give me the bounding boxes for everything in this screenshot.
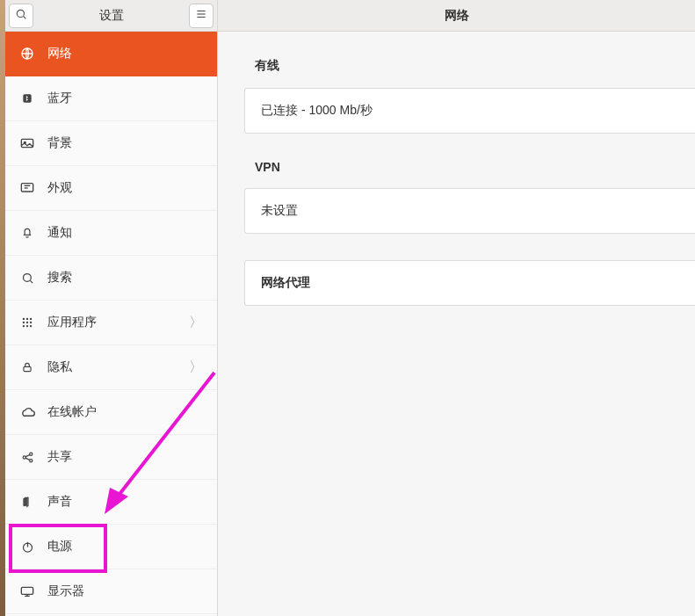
sidebar-item-label: 网络 xyxy=(47,46,203,62)
sidebar-item-network[interactable]: 网络 xyxy=(5,32,217,76)
svg-point-21 xyxy=(26,325,28,327)
sidebar-list: 网络 蓝牙 背景 外观 xyxy=(5,32,217,616)
sidebar-item-label: 共享 xyxy=(47,449,203,465)
sidebar-item-bluetooth[interactable]: 蓝牙 xyxy=(5,76,217,121)
sidebar-item-online-accounts[interactable]: 在线帐户 xyxy=(5,390,217,435)
svg-point-19 xyxy=(30,322,32,323)
sidebar-item-applications[interactable]: 应用程序 〉 xyxy=(5,301,217,345)
sidebar-item-displays[interactable]: 显示器 xyxy=(5,569,217,614)
svg-line-28 xyxy=(25,458,30,460)
search-button[interactable] xyxy=(9,4,33,28)
svg-point-16 xyxy=(30,318,32,320)
sidebar-item-label: 外观 xyxy=(47,180,203,196)
wired-status-text: 已连接 - 1000 Mb/秒 xyxy=(261,103,373,117)
bell-icon xyxy=(19,225,35,241)
wired-status-card[interactable]: 已连接 - 1000 Mb/秒 xyxy=(244,88,695,134)
sidebar-header: 设置 xyxy=(5,0,217,32)
appearance-icon xyxy=(19,180,35,196)
display-icon xyxy=(19,583,35,599)
svg-rect-23 xyxy=(24,366,31,371)
sidebar-item-privacy[interactable]: 隐私 〉 xyxy=(5,345,217,390)
hamburger-icon xyxy=(195,8,207,24)
svg-point-20 xyxy=(23,325,25,327)
svg-rect-6 xyxy=(23,94,31,102)
svg-point-12 xyxy=(23,273,31,281)
sidebar-item-label: 显示器 xyxy=(47,583,203,599)
vpn-section-label: VPN xyxy=(255,160,695,174)
sidebar-item-label: 蓝牙 xyxy=(47,91,203,106)
chevron-right-icon: 〉 xyxy=(189,314,203,332)
sidebar-item-power[interactable]: 电源 xyxy=(5,525,217,569)
search-icon xyxy=(19,270,35,286)
svg-point-15 xyxy=(26,318,28,320)
power-icon xyxy=(19,539,35,554)
sidebar-item-label: 在线帐户 xyxy=(47,404,203,420)
svg-line-13 xyxy=(30,280,33,283)
sidebar-item-background[interactable]: 背景 xyxy=(5,121,217,166)
page-title: 网络 xyxy=(218,0,695,32)
svg-point-17 xyxy=(23,322,25,323)
proxy-label: 网络代理 xyxy=(261,275,310,289)
sidebar-item-label: 搜索 xyxy=(47,270,203,286)
sidebar-item-label: 背景 xyxy=(47,135,203,151)
sound-icon xyxy=(19,494,35,510)
svg-point-18 xyxy=(26,322,28,323)
sidebar-item-appearance[interactable]: 外观 xyxy=(5,166,217,211)
sidebar-item-search[interactable]: 搜索 xyxy=(5,256,217,301)
wired-section-label: 有线 xyxy=(255,58,695,74)
chevron-right-icon: 〉 xyxy=(189,359,203,377)
svg-rect-31 xyxy=(21,587,33,594)
sidebar-item-sharing[interactable]: 共享 xyxy=(5,435,217,480)
sidebar-item-label: 电源 xyxy=(47,539,203,554)
bluetooth-icon xyxy=(19,91,35,106)
sidebar-item-notifications[interactable]: 通知 xyxy=(5,211,217,256)
sidebar-title: 设置 xyxy=(33,8,189,24)
sidebar: 设置 网络 蓝牙 xyxy=(5,0,218,616)
content: 有线 已连接 - 1000 Mb/秒 VPN 未设置 网络代理 xyxy=(218,32,695,332)
lock-icon xyxy=(19,359,35,375)
menu-button[interactable] xyxy=(189,4,214,28)
svg-point-22 xyxy=(30,325,32,327)
apps-icon xyxy=(19,315,35,330)
sidebar-item-sound[interactable]: 声音 xyxy=(5,480,217,525)
main-panel: 网络 有线 已连接 - 1000 Mb/秒 VPN 未设置 网络代理 xyxy=(218,0,695,616)
svg-line-27 xyxy=(25,454,30,457)
svg-point-14 xyxy=(23,318,25,320)
sidebar-item-label: 应用程序 xyxy=(47,315,189,330)
vpn-status-text: 未设置 xyxy=(261,203,298,217)
share-icon xyxy=(19,449,35,465)
cloud-icon xyxy=(19,404,35,420)
globe-icon xyxy=(19,46,35,62)
background-icon xyxy=(19,135,35,151)
search-icon xyxy=(15,8,27,24)
svg-point-0 xyxy=(17,10,24,17)
sidebar-item-label: 声音 xyxy=(47,494,203,510)
proxy-card[interactable]: 网络代理 xyxy=(244,260,695,306)
sidebar-item-label: 通知 xyxy=(47,225,203,241)
sidebar-item-label: 隐私 xyxy=(47,359,189,375)
vpn-status-card[interactable]: 未设置 xyxy=(244,188,695,234)
svg-line-1 xyxy=(24,16,26,18)
